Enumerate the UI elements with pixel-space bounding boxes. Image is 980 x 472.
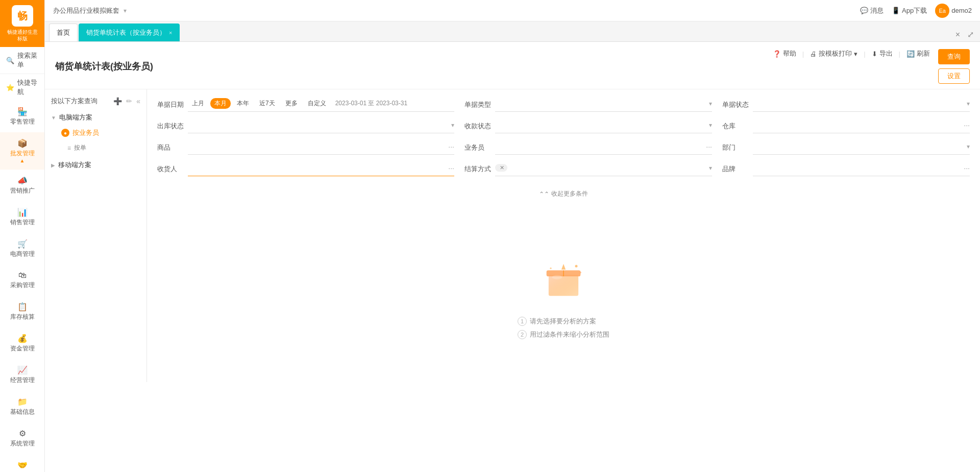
warehouse-more-icon[interactable]: ···	[964, 121, 970, 129]
bill-status-control[interactable]: ▾	[753, 98, 970, 112]
filter-bill-status: 单据状态 ▾	[722, 98, 970, 112]
left-panel: 按以下方案查询 ➕ ✏ « ▼ 电脑端方案 ● 按业务员	[45, 89, 147, 382]
brand-control[interactable]: ···	[753, 162, 970, 176]
ecommerce-icon: 🛒	[17, 239, 28, 249]
refresh-icon: 🔄	[906, 50, 915, 58]
bill-status-dropdown-icon[interactable]: ▾	[967, 100, 970, 107]
page-actions: ❓ 帮助 | 🖨 按模板打印 ▾ | ⬇ 导出 |	[773, 49, 930, 58]
date-btn-more[interactable]: 更多	[281, 98, 302, 109]
breadcrumb-dropdown-icon[interactable]: ▾	[124, 7, 127, 14]
page-header: 销货单统计表(按业务员) ❓ 帮助 | 🖨 按模板打印 ▾ | ⬇	[45, 42, 980, 89]
scheme-group-mobile: ▶ 移动端方案	[45, 156, 146, 174]
quick-nav-item[interactable]: ⭐ 快捷导航	[0, 74, 44, 101]
sidebar-item-collab[interactable]: 🤝 企业协同	[0, 454, 44, 472]
search-menu-item[interactable]: 🔍 搜索菜单	[0, 47, 44, 74]
management-icon: 📈	[17, 365, 28, 375]
app-logo[interactable]: 畅 畅捷通好生意 标版	[0, 0, 44, 47]
user-profile[interactable]: Ea demo2	[935, 4, 972, 18]
collection-dd-icon[interactable]: ▾	[709, 122, 712, 129]
bill-type-control[interactable]: ▾	[495, 98, 712, 112]
dept-control[interactable]: ▾	[753, 140, 970, 155]
window-maximize-button[interactable]: ⤢	[965, 28, 976, 41]
scheme-subitem-by-bill[interactable]: ≡ 按单	[45, 140, 146, 155]
collapse-button[interactable]: ⌃⌃ 收起更多条件	[533, 187, 594, 200]
out-status-control[interactable]: ▾	[188, 119, 454, 133]
page-title: 销货单统计表(按业务员)	[55, 60, 153, 73]
sales-icon: 📊	[17, 207, 28, 217]
sidebar-item-retail[interactable]: 🏪 零售管理	[0, 101, 44, 132]
sidebar-menu-section: 🏪 零售管理 📦 批发管理 ▲ 📣 营销推广 📊 销售管理 🛒 电商管理 🛍 采…	[0, 101, 44, 472]
settlement-clear-icon[interactable]: ✕	[500, 164, 504, 171]
goods-control[interactable]: ···	[188, 140, 454, 155]
sidebar-item-system[interactable]: ⚙ 系统管理	[0, 422, 44, 454]
app-download-button[interactable]: 📱 App下载	[892, 6, 927, 15]
main-area: 办公用品行业模拟账套 ▾ 💬 消息 📱 App下载 Ea demo2 首页	[45, 0, 980, 472]
edit-scheme-icon[interactable]: ✏	[126, 97, 132, 105]
goods-more-icon[interactable]: ···	[448, 143, 454, 151]
refresh-button[interactable]: 🔄 刷新	[906, 49, 930, 58]
print-button[interactable]: 🖨 按模板打印 ▾	[810, 49, 857, 58]
message-button[interactable]: 💬 消息	[860, 6, 884, 15]
tab-home[interactable]: 首页	[49, 23, 78, 41]
sidebar-item-management[interactable]: 📈 经营管理	[0, 359, 44, 391]
dept-label: 部门	[722, 143, 753, 152]
bill-type-dropdown-icon[interactable]: ▾	[709, 100, 712, 107]
date-btn-last-month[interactable]: 上月	[188, 98, 208, 109]
sidebar-item-marketing[interactable]: 📣 营销推广	[0, 170, 44, 201]
scheme-group-desktop-header[interactable]: ▼ 电脑端方案	[45, 110, 146, 125]
dept-dd-icon[interactable]: ▾	[967, 143, 970, 150]
circle-icon: ●	[61, 129, 69, 137]
bill-status-label: 单据状态	[722, 100, 753, 109]
date-btn-7days[interactable]: 近7天	[255, 98, 279, 109]
filter-collection: 收款状态 ▾	[464, 119, 712, 133]
export-button[interactable]: ⬇ 导出	[872, 49, 893, 58]
print-dropdown-icon[interactable]: ▾	[854, 50, 857, 58]
add-scheme-icon[interactable]: ➕	[113, 97, 122, 105]
collection-control[interactable]: ▾	[495, 119, 712, 133]
date-btn-this-month[interactable]: 本月	[210, 98, 231, 109]
window-close-button[interactable]: ×	[953, 28, 962, 41]
tab-close-icon[interactable]: ×	[169, 30, 172, 36]
warehouse-control[interactable]: ···	[753, 119, 970, 133]
salesperson-more-icon[interactable]: ···	[706, 143, 712, 151]
svg-point-6	[550, 268, 551, 269]
user-name: demo2	[951, 7, 972, 14]
collapse-panel-icon[interactable]: «	[136, 97, 140, 105]
scheme-group-desktop: ▼ 电脑端方案 ● 按业务员 ≡ 按单	[45, 109, 146, 156]
tip-item-2: 2 用过滤条件来缩小分析范围	[518, 328, 609, 341]
filter-dept: 部门 ▾	[722, 140, 970, 155]
settlement-dd-icon[interactable]: ▾	[709, 164, 712, 172]
sidebar-item-sales[interactable]: 📊 销售管理	[0, 201, 44, 233]
settlement-tag: ✕	[495, 164, 507, 172]
bill-type-label: 单据类型	[464, 100, 495, 109]
sidebar-item-inventory[interactable]: 📋 库存核算	[0, 296, 44, 327]
sidebar-item-purchase[interactable]: 🛍 采购管理	[0, 265, 44, 296]
help-button[interactable]: ❓ 帮助	[773, 49, 796, 58]
scheme-group-mobile-header[interactable]: ▶ 移动端方案	[45, 157, 146, 173]
filter-date: 单据日期 上月 本月 本年 近7天 更多 自定义 2023-03-01 至 20…	[157, 98, 454, 112]
receiver-more-icon[interactable]: ···	[448, 164, 454, 172]
salesperson-label: 业务员	[464, 143, 495, 152]
topbar-breadcrumb[interactable]: 办公用品行业模拟账套 ▾	[53, 6, 127, 15]
sidebar-item-ecommerce[interactable]: 🛒 电商管理	[0, 233, 44, 265]
tab-home-label: 首页	[57, 28, 70, 37]
sidebar-item-wholesale[interactable]: 📦 批发管理 ▲	[0, 132, 44, 170]
sidebar-item-finance[interactable]: 💰 资金管理	[0, 327, 44, 359]
expand-triangle-icon: ▼	[51, 115, 56, 121]
settlement-label: 结算方式	[464, 164, 495, 174]
sidebar-item-basic[interactable]: 📁 基础信息	[0, 391, 44, 422]
date-btn-this-year[interactable]: 本年	[233, 98, 253, 109]
settings-button[interactable]: 设置	[938, 68, 970, 84]
inventory-icon: 📋	[17, 302, 28, 312]
brand-more-icon[interactable]: ···	[964, 164, 970, 172]
query-button[interactable]: 查询	[938, 49, 970, 64]
tab-sales-stat[interactable]: 销货单统计表（按业务员） ×	[79, 23, 180, 41]
goods-label: 商品	[157, 143, 188, 152]
date-btn-custom[interactable]: 自定义	[304, 98, 330, 109]
salesperson-control[interactable]: ···	[495, 140, 712, 155]
scheme-item-by-salesperson[interactable]: ● 按业务员	[45, 125, 146, 140]
receiver-control[interactable]: ···	[188, 162, 454, 176]
out-status-dd-icon[interactable]: ▾	[451, 122, 454, 129]
svg-point-5	[580, 272, 581, 273]
left-panel-title: 按以下方案查询	[51, 97, 97, 106]
